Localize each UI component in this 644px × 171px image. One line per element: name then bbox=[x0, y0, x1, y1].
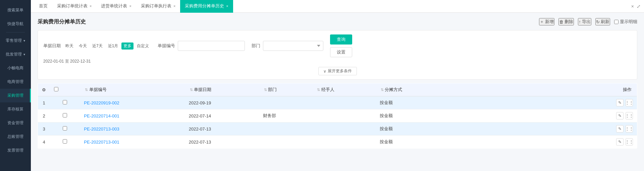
doc-no-link[interactable]: PE-20220919-002 bbox=[84, 100, 119, 105]
more-icon[interactable]: ⋮⋮ bbox=[626, 112, 633, 119]
add-label: 新增 bbox=[545, 19, 554, 25]
doc-no-link[interactable]: PE-20220713-001 bbox=[84, 140, 119, 145]
table-row: 2 PE-20220714-001 2022-07-14 财务部 按金额 ✎ ⋮… bbox=[38, 109, 637, 122]
cell-checkbox[interactable] bbox=[50, 136, 80, 149]
tab-purchase-stat[interactable]: 采购订单统计表 × bbox=[52, 0, 96, 13]
delete-icon: 🗑 bbox=[559, 19, 564, 24]
sidebar-item-label: 零售管理 bbox=[6, 38, 22, 43]
th-doc-no-label: 单据编号 bbox=[89, 87, 107, 92]
cell-handler bbox=[312, 136, 376, 149]
more-icon[interactable]: ⋮⋮ bbox=[626, 99, 633, 106]
date-btn-yesterday[interactable]: 昨天 bbox=[63, 42, 75, 50]
show-columns-toggle[interactable]: 显示明细 bbox=[614, 19, 637, 25]
date-btn-more[interactable]: 更多 bbox=[121, 42, 133, 50]
doc-no-link[interactable]: PE-20220714-001 bbox=[84, 113, 119, 118]
date-shortcuts: 昨天 今天 近7天 近1月 更多 自定义 bbox=[63, 42, 151, 50]
sidebar-item-fund-mgmt[interactable]: 资金管理 bbox=[0, 116, 31, 130]
filter-settings-button[interactable]: 设置 bbox=[330, 47, 352, 57]
export-button[interactable]: ↑ 导出 bbox=[578, 18, 591, 25]
sidebar-item-wholesale-mgmt[interactable]: 批发管理 ▾ bbox=[0, 48, 31, 61]
sidebar-item-invoice-mgmt[interactable]: 发票管理 bbox=[0, 144, 31, 157]
edit-icon[interactable]: ✎ bbox=[616, 112, 624, 119]
th-dept: ⇅ 部门 bbox=[259, 83, 312, 96]
dept-select[interactable] bbox=[263, 41, 323, 51]
cell-checkbox[interactable] bbox=[50, 96, 80, 109]
tab-close-icon[interactable]: × bbox=[226, 4, 228, 8]
doc-no-filter-group: 单据编号 bbox=[158, 41, 245, 51]
cell-date: 2022-07-14 bbox=[185, 109, 259, 122]
edit-icon[interactable]: ✎ bbox=[616, 138, 624, 146]
toolbar: ＋ 新增 🗑 删除 ↑ 导出 ↻ 刷新 显示明细 bbox=[539, 18, 637, 25]
cell-checkbox[interactable] bbox=[50, 122, 80, 136]
row-checkbox[interactable] bbox=[63, 139, 67, 144]
sidebar-item-purchase-mgmt[interactable]: 采购管理 bbox=[0, 89, 31, 102]
date-btn-today[interactable]: 今天 bbox=[77, 42, 89, 50]
th-action: 操作 bbox=[577, 83, 637, 96]
add-icon: ＋ bbox=[540, 19, 544, 25]
th-action-label: 操作 bbox=[623, 87, 632, 92]
cell-date: 2022-07-13 bbox=[185, 136, 259, 149]
tab-inbound-stat[interactable]: 进货单统计表 × bbox=[96, 0, 136, 13]
select-all-checkbox[interactable] bbox=[54, 87, 58, 91]
active-indicator bbox=[30, 89, 31, 102]
sidebar-item-search-menu[interactable]: 搜索菜单 bbox=[0, 3, 31, 17]
maximize-window-icon[interactable]: ⤢ bbox=[637, 4, 641, 9]
cell-dept bbox=[259, 96, 312, 109]
row-checkbox[interactable] bbox=[63, 100, 67, 104]
tab-label: 首页 bbox=[39, 3, 48, 9]
sidebar-item-general-ledger[interactable]: 总账管理 bbox=[0, 130, 31, 144]
th-doc-no: ⇅ 单据编号 bbox=[80, 83, 184, 96]
show-columns-checkbox[interactable] bbox=[614, 20, 619, 24]
cell-num: 2 bbox=[38, 109, 50, 122]
cell-method: 按金额 bbox=[376, 109, 577, 122]
cell-dept bbox=[259, 136, 312, 149]
chevron-down-icon: ▾ bbox=[23, 53, 25, 56]
more-icon[interactable]: ⋮⋮ bbox=[626, 125, 633, 133]
add-button[interactable]: ＋ 新增 bbox=[539, 18, 554, 25]
row-checkbox[interactable] bbox=[63, 113, 67, 117]
tab-close-icon[interactable]: × bbox=[129, 4, 131, 8]
date-btn-1month[interactable]: 近1月 bbox=[106, 42, 120, 50]
sidebar-item-quick-nav[interactable]: 快捷导航 bbox=[0, 17, 31, 31]
refresh-button[interactable]: ↻ 刷新 bbox=[595, 18, 610, 25]
table-row: 3 PE-20220713-003 2022-07-13 按金额 ✎ ⋮⋮ bbox=[38, 122, 637, 136]
doc-no-label: 单据编号 bbox=[158, 43, 175, 49]
edit-icon[interactable]: ✎ bbox=[616, 99, 624, 106]
show-columns-label: 显示明细 bbox=[620, 19, 637, 25]
delete-button[interactable]: 🗑 删除 bbox=[558, 18, 574, 25]
tab-controls: × ⤢ bbox=[631, 4, 641, 9]
tab-home[interactable]: 首页 bbox=[34, 0, 52, 13]
query-button[interactable]: 查询 bbox=[330, 34, 352, 45]
more-icon[interactable]: ⋮⋮ bbox=[626, 138, 633, 146]
doc-no-link[interactable]: PE-20220713-003 bbox=[84, 126, 119, 132]
filter-bar: 单据日期 昨天 今天 近7天 近1月 更多 自定义 单据编号 bbox=[38, 30, 637, 80]
delete-label: 删除 bbox=[565, 19, 573, 25]
cell-dept bbox=[259, 122, 312, 136]
tab-purchase-fee-history[interactable]: 采购费用分摊单历史 × bbox=[180, 0, 233, 13]
date-btn-custom[interactable]: 自定义 bbox=[135, 42, 151, 50]
tab-purchase-exec[interactable]: 采购订单执行表 × bbox=[136, 0, 180, 13]
th-handler-label: 经手人 bbox=[321, 87, 334, 92]
sidebar-item-retail-mgmt[interactable]: 零售管理 ▾ bbox=[0, 34, 31, 48]
row-checkbox[interactable] bbox=[63, 126, 67, 131]
doc-no-input[interactable] bbox=[178, 41, 245, 51]
cell-doc-no: PE-20220919-002 bbox=[80, 96, 184, 109]
th-settings[interactable]: ⚙ bbox=[38, 83, 50, 96]
tab-close-icon[interactable]: × bbox=[90, 4, 92, 8]
th-checkbox[interactable] bbox=[50, 83, 80, 96]
sidebar-item-ecommerce-mgmt[interactable]: 电商管理 bbox=[0, 75, 31, 89]
close-window-icon[interactable]: × bbox=[631, 4, 634, 9]
sort-icon: ⇅ bbox=[381, 88, 384, 92]
tab-close-icon[interactable]: × bbox=[173, 4, 175, 8]
table-row: 4 PE-20220713-001 2022-07-13 按金额 ✎ ⋮⋮ bbox=[38, 136, 637, 149]
chevron-down-icon: ▾ bbox=[23, 39, 25, 42]
sidebar-item-ecommerce-xc[interactable]: 小畅电商 bbox=[0, 61, 31, 75]
tab-bar: 首页 采购订单统计表 × 进货单统计表 × 采购订单执行表 × 采购费用分摊单历… bbox=[31, 0, 644, 13]
expand-more-button[interactable]: ∨ 展开更多条件 bbox=[318, 67, 357, 75]
filter-buttons: 查询 设置 bbox=[330, 34, 352, 57]
sidebar-item-inventory[interactable]: 库存核算 bbox=[0, 102, 31, 116]
cell-checkbox[interactable] bbox=[50, 109, 80, 122]
filter-row: 单据日期 昨天 今天 近7天 近1月 更多 自定义 单据编号 bbox=[43, 34, 632, 57]
edit-icon[interactable]: ✎ bbox=[616, 125, 624, 133]
date-btn-7days[interactable]: 近7天 bbox=[90, 42, 105, 50]
